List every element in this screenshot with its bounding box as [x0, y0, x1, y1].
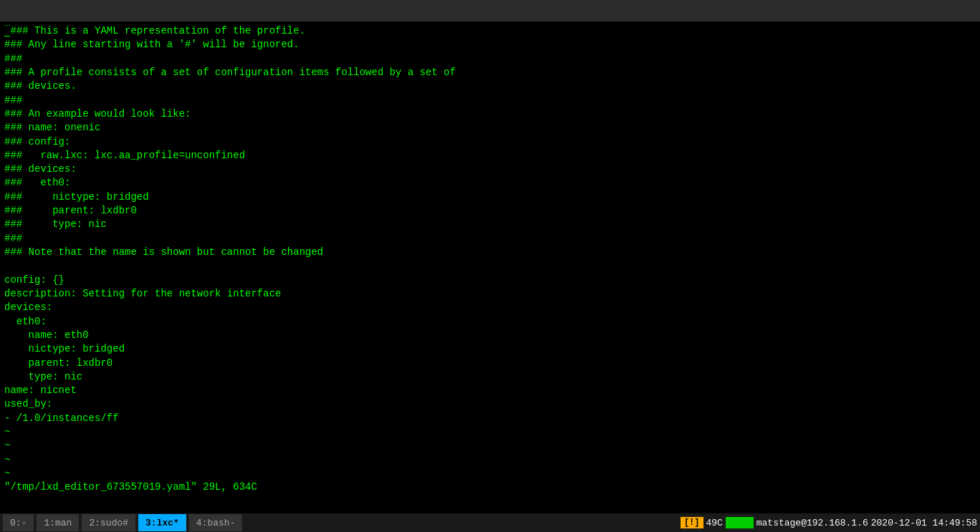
- terminal-line: nictype: bridged: [4, 343, 125, 354]
- statusbar: 0:- 1:man 2:sudo# 3:lxc* 4:bash- [!] 49C…: [0, 513, 980, 532]
- terminal-line: used_by:: [4, 398, 52, 410]
- warning-badge: [!]: [681, 517, 703, 528]
- terminal-line: ### An example would look like:: [4, 108, 191, 120]
- maximize-button[interactable]: [23, 5, 34, 16]
- terminal-line: ### config:: [4, 136, 70, 147]
- hostname: matstage@192.168.1.6: [756, 518, 868, 528]
- terminal-line: ~: [4, 440, 10, 451]
- terminal-line: name: nicnet: [4, 385, 77, 396]
- minimize-button[interactable]: [7, 5, 19, 16]
- temperature: 49C: [706, 518, 723, 528]
- terminal-line: ### raw.lxc: lxc.aa_profile=unconfined: [4, 150, 245, 161]
- window-controls[interactable]: [7, 5, 50, 16]
- terminal-line: parent: lxdbr0: [4, 357, 112, 369]
- terminal-line: - /1.0/instances/ff: [4, 412, 119, 424]
- tab-2sudo[interactable]: 2:sudo#: [82, 514, 135, 531]
- terminal-line: devices:: [4, 301, 52, 313]
- terminal-line: ### eth0:: [4, 177, 70, 188]
- terminal-line: description: Setting for the network int…: [4, 288, 281, 299]
- terminal-line: eth0:: [4, 316, 47, 327]
- vim-status: "/tmp/lxd_editor_673557019.yaml" 29L, 63…: [4, 481, 257, 493]
- terminal-line: ### name: onenic: [4, 122, 100, 133]
- terminal-line: ### Any line starting with a '#' will be…: [4, 39, 299, 50]
- terminal-line: ###: [4, 233, 22, 244]
- terminal-line: ###: [4, 95, 22, 106]
- tab-1man[interactable]: 1:man: [37, 514, 79, 531]
- terminal-line: config: {}: [4, 274, 64, 286]
- terminal-line: type: nic: [4, 371, 82, 382]
- terminal-line: ###: [4, 53, 22, 64]
- terminal-line: ### devices:: [4, 163, 77, 175]
- terminal-line: ### devices.: [4, 80, 77, 92]
- terminal-line: ### A profile consists of a set of confi…: [4, 67, 456, 78]
- terminal-line: ### parent: lxdbr0: [4, 205, 137, 216]
- datetime: 2020-12-01 14:49:58: [871, 518, 977, 528]
- terminal-line: ~: [4, 426, 10, 437]
- terminal-line: ### type: nic: [4, 218, 107, 230]
- tab-0[interactable]: 0:-: [3, 514, 34, 531]
- terminal-line: █### This is a YAML representation of th…: [4, 25, 305, 37]
- terminal-line: name: eth0: [4, 329, 89, 341]
- terminal-line: ### Note that the name is shown but cann…: [4, 246, 323, 258]
- titlebar: [0, 0, 980, 21]
- tab-4bash[interactable]: 4:bash-: [189, 514, 243, 531]
- tab-3lxc[interactable]: 3:lxc*: [138, 514, 186, 531]
- close-button[interactable]: [39, 5, 50, 16]
- terminal-content[interactable]: █### This is a YAML representation of th…: [0, 21, 980, 513]
- green-badge: [726, 517, 754, 528]
- terminal-line: ### nictype: bridged: [4, 191, 149, 203]
- terminal-line: ~: [4, 454, 10, 465]
- terminal-line: ~: [4, 468, 10, 479]
- status-right: [!] 49C matstage@192.168.1.6 2020-12-01 …: [681, 517, 977, 528]
